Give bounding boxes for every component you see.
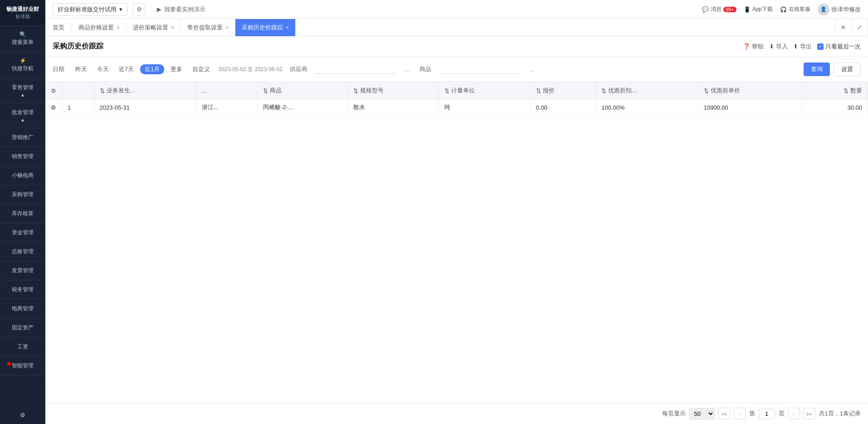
- col-header-pre-discount-price[interactable]: ⇅ 优惠前单价: [698, 82, 802, 100]
- close-icon[interactable]: ×: [171, 24, 174, 31]
- tab-purchase-strategy[interactable]: 进价策略设置 ×: [127, 19, 181, 36]
- demo-label: 我要看实例演示: [164, 5, 205, 14]
- date-btn-yesterday[interactable]: 昨天: [72, 64, 91, 74]
- tab-home[interactable]: 首页: [45, 19, 72, 36]
- row-spec-cell: 散水: [347, 100, 439, 116]
- page-title: 采购历史价跟踪: [53, 42, 103, 51]
- sidebar-item-label: 搜索菜单: [12, 39, 34, 46]
- sidebar-gear-button[interactable]: ⚙: [0, 406, 45, 424]
- sort-icon: ⇅: [704, 87, 709, 94]
- per-page-label: 每页显示: [662, 410, 686, 418]
- filter-area: 日期 昨天 今天 近7天 近1月 更多 自定义 2023-05-02 至 202…: [45, 57, 868, 82]
- import-label: 导入: [776, 43, 788, 51]
- supplier-more-button[interactable]: ...: [404, 66, 412, 73]
- row-gear-cell[interactable]: ⚙: [45, 100, 62, 116]
- col-header-price[interactable]: ⇅ 报价: [530, 82, 596, 100]
- sidebar-item-marketing[interactable]: 营销推广: [0, 128, 45, 147]
- sidebar-item-wholesale[interactable]: 批发管理 ▲: [0, 103, 45, 128]
- tab-product-price[interactable]: 商品价格设置 ×: [72, 19, 127, 36]
- col-header-product[interactable]: ⇅ 商品: [258, 82, 348, 100]
- sidebar-item-sales[interactable]: 销售管理: [0, 147, 45, 166]
- row-index-cell: 1: [62, 100, 94, 116]
- sidebar-item-tax[interactable]: 税务管理: [0, 280, 45, 299]
- close-icon[interactable]: ×: [286, 24, 289, 31]
- tab-label: 商品价格设置: [78, 24, 114, 32]
- sidebar-item-retail[interactable]: 零售管理 ▲: [0, 78, 45, 103]
- sidebar-item-inventory[interactable]: 库存核算: [0, 204, 45, 223]
- maximize-tab-button[interactable]: ⤢: [852, 19, 868, 36]
- col-header-quantity[interactable]: ⇅ 数量: [802, 82, 868, 100]
- col-label: 优惠前单价: [711, 87, 740, 95]
- date-btn-7days[interactable]: 近7天: [115, 64, 137, 74]
- tab-price-extract[interactable]: 售价提取设置 ×: [181, 19, 235, 36]
- tabbar: 首页 商品价格设置 × 进价策略设置 × 售价提取设置 × 采购历史价跟踪 × …: [45, 19, 868, 36]
- sidebar-item-payroll[interactable]: 工资: [0, 337, 45, 357]
- page-content: 采购历史价跟踪 ❓ 帮助 ⬇ 导入 ⬆ 导出 ✓ 只看最后一次: [45, 36, 868, 424]
- export-button[interactable]: ⬆ 导出: [793, 43, 812, 51]
- col-header-biz-date[interactable]: ⇅ 业务发生...: [94, 82, 196, 100]
- help-button[interactable]: ❓ 帮助: [743, 43, 764, 51]
- row-pre-discount-price-cell: 10900.00: [698, 100, 802, 116]
- topbar-settings-button[interactable]: ⚙: [133, 3, 146, 16]
- supplier-input[interactable]: [315, 65, 396, 74]
- import-button[interactable]: ⬇ 导入: [769, 43, 788, 51]
- sidebar-item-quicknav[interactable]: ⚡ 快捷导航: [0, 52, 45, 78]
- close-icon[interactable]: ×: [117, 24, 120, 31]
- sidebar-item-fixed-assets[interactable]: 固定资产: [0, 318, 45, 337]
- table-header-row: ⚙ ⇅ 业务发生... ...: [45, 82, 868, 100]
- last-page-button[interactable]: ⏭: [804, 408, 815, 419]
- sidebar-item-search[interactable]: 🔍 搜索菜单: [0, 26, 45, 52]
- date-range-display: 2023-05-02 至 2023-06-02: [218, 66, 282, 73]
- col-label: 业务发生...: [107, 87, 135, 95]
- topbar-divider: [151, 5, 151, 14]
- headset-icon: 🎧: [780, 6, 787, 13]
- col-header-spec[interactable]: ⇅ 规格型号: [347, 82, 439, 100]
- sidebar-item-smart[interactable]: 智能管理: [0, 357, 45, 376]
- sort-icon: ⇅: [444, 87, 449, 94]
- demo-link[interactable]: ▶ 我要看实例演示: [157, 5, 205, 14]
- help-label: 帮助: [752, 43, 764, 51]
- version-selector[interactable]: 好业财标准版交付试用 ▾: [53, 3, 127, 16]
- tab-purchase-history[interactable]: 采购历史价跟踪 ×: [235, 19, 296, 36]
- messages-button[interactable]: 💬 消息 99+: [702, 5, 736, 13]
- sort-icon: ⇅: [353, 87, 358, 94]
- product-input[interactable]: [439, 65, 520, 74]
- per-page-select[interactable]: 50 100 200: [689, 408, 715, 419]
- product-more-button[interactable]: ...: [527, 66, 536, 73]
- close-icon[interactable]: ×: [225, 24, 229, 31]
- only-last-checkbox[interactable]: ✓ 只看最后一次: [817, 43, 861, 51]
- close-tab-button[interactable]: ✕: [835, 19, 852, 36]
- sidebar-item-ecommerce[interactable]: 电商管理: [0, 299, 45, 318]
- col-label: 数量: [850, 87, 862, 95]
- col-header-more[interactable]: ...: [196, 82, 257, 100]
- date-btn-today[interactable]: 今天: [93, 64, 112, 74]
- prev-page-button[interactable]: ‹: [734, 408, 746, 419]
- sidebar-item-ecommerce-small[interactable]: 小畅电商: [0, 166, 45, 185]
- col-header-discount[interactable]: ⇅ 优惠折扣...: [596, 82, 698, 100]
- sidebar-item-label: 电商管理: [12, 305, 34, 313]
- help-icon: ❓: [743, 43, 750, 50]
- date-btn-1month[interactable]: 近1月: [140, 64, 164, 74]
- page-input[interactable]: [759, 409, 775, 419]
- col-header-unit[interactable]: ⇅ 计量单位: [439, 82, 530, 100]
- sidebar-item-label: 采购管理: [12, 191, 34, 198]
- next-page-button[interactable]: ›: [788, 408, 800, 419]
- only-last-label: 只看最后一次: [825, 43, 861, 51]
- sidebar-item-label: 批发管理: [12, 109, 34, 116]
- sidebar-item-ledger[interactable]: 总账管理: [0, 242, 45, 261]
- date-btn-custom[interactable]: 自定义: [189, 64, 214, 74]
- query-button[interactable]: 查询: [804, 63, 830, 76]
- sidebar-item-invoice[interactable]: 发票管理: [0, 261, 45, 280]
- date-btn-more[interactable]: 更多: [167, 64, 186, 74]
- first-page-button[interactable]: ⏮: [718, 408, 730, 419]
- supplier-label: 供应商: [290, 65, 307, 73]
- settings-button[interactable]: 设置: [834, 63, 861, 76]
- sidebar-item-label: 工资: [17, 343, 28, 351]
- app-download-button[interactable]: 📱 App下载: [744, 5, 773, 13]
- sidebar-item-finance[interactable]: 资金管理: [0, 223, 45, 242]
- user-profile[interactable]: 👤 徐泽华修改: [818, 4, 861, 15]
- row-discount-cell: 100.00%: [596, 100, 698, 116]
- sidebar-item-purchase[interactable]: 采购管理: [0, 185, 45, 204]
- col-header-gear[interactable]: ⚙: [45, 82, 62, 100]
- online-service-button[interactable]: 🎧 在线客服: [780, 5, 810, 13]
